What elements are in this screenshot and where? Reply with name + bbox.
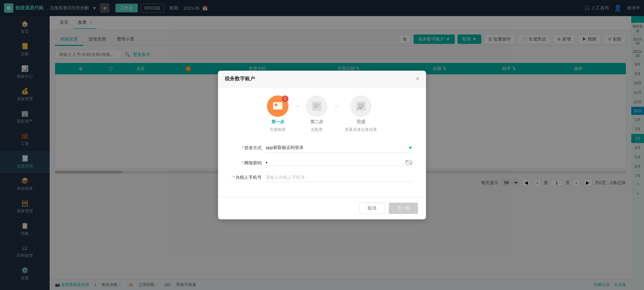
login-method-value: app获取验证码登录 <box>266 145 304 151</box>
phone-input[interactable] <box>266 173 413 182</box>
step-1-icon-wrap: ! <box>267 95 288 117</box>
step-2-title: 第二步 <box>310 119 323 125</box>
eye-toggle-icon[interactable] <box>405 160 413 166</box>
form-row-password: 网报密码 • <box>231 160 413 166</box>
login-method-select[interactable]: app获取验证码登录 ▼ <box>266 143 413 153</box>
step-3-title: 完成 <box>357 119 365 125</box>
dialog-title: 税务数字账户 <box>225 76 255 82</box>
dialog-body: ! 第一步 完善账密 → <box>218 87 426 197</box>
password-input-wrap: • <box>266 160 413 166</box>
login-method-label: 登录方式 <box>231 145 262 151</box>
cancel-btn[interactable]: 取消 <box>359 203 385 214</box>
password-dot: • <box>266 160 405 166</box>
form-row-phone: 办税人手机号 <box>231 173 413 182</box>
step-1-badge: ! <box>282 95 288 102</box>
form-row-login: 登录方式 app获取验证码登录 ▼ <box>231 143 413 153</box>
step-1-title: 第一步 <box>271 119 284 125</box>
dialog-close-btn[interactable]: × <box>416 75 419 82</box>
phone-label: 办税人手机号 <box>231 174 262 180</box>
dialog-header: 税务数字账户 × <box>218 71 426 87</box>
steps: ! 第一步 完善账密 → <box>231 95 413 133</box>
dialog-overlay[interactable]: 税务数字账户 × <box>0 0 644 290</box>
step-2-svg <box>311 100 323 112</box>
svg-rect-0 <box>273 102 282 110</box>
svg-point-1 <box>275 103 277 106</box>
password-label: 网报密码 <box>231 160 262 166</box>
step-3-icon-wrap <box>350 95 372 117</box>
step-2: 第二步 去取票 <box>306 95 327 133</box>
step-2-circle <box>306 95 327 117</box>
login-method-arrow-icon: ▼ <box>408 145 413 150</box>
dialog-footer: 取消 下一步 <box>218 197 426 219</box>
step-1-desc: 完善账密 <box>270 127 286 133</box>
step-1: ! 第一步 完善账密 <box>267 95 288 133</box>
step-2-icon-wrap <box>306 95 327 117</box>
step-2-desc: 去取票 <box>311 127 323 133</box>
step-3-circle <box>350 95 372 117</box>
step-3-svg <box>355 100 367 112</box>
step-arrow-2: → <box>333 95 339 110</box>
dialog: 税务数字账户 × <box>218 71 426 219</box>
step-3: 完成 查看具体任务结果 <box>345 95 377 133</box>
dialog-form: 登录方式 app获取验证码登录 ▼ 网报密码 • <box>231 143 413 182</box>
step-3-desc: 查看具体任务结果 <box>345 127 377 133</box>
step-arrow-1: → <box>294 95 301 110</box>
step-1-svg <box>272 100 284 112</box>
next-btn[interactable]: 下一步 <box>389 203 418 214</box>
